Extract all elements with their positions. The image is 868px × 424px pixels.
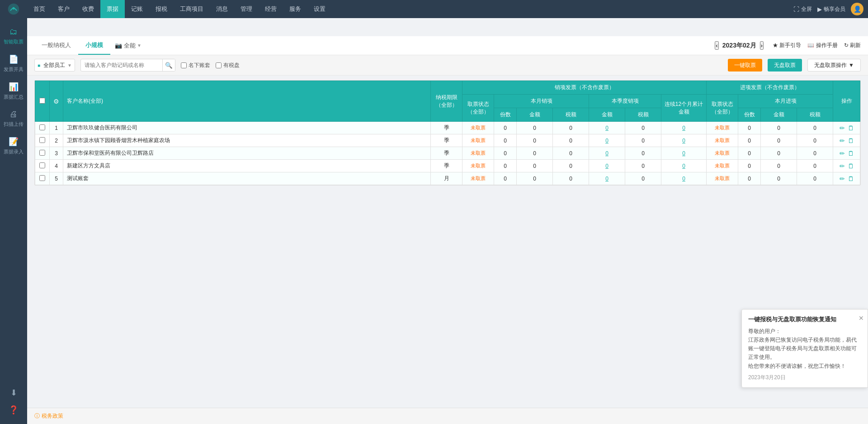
search-input[interactable] <box>81 62 162 68</box>
th-month-amount: 金额 <box>517 108 553 122</box>
edit-icon[interactable]: ✏ <box>840 137 845 144</box>
gear-icon[interactable]: ⚙ <box>53 98 59 105</box>
nav-client[interactable]: 客户 <box>52 0 76 18</box>
row-fetch-status-sales: 未取票 <box>462 160 494 172</box>
nav-home[interactable]: 首页 <box>27 0 52 18</box>
has-tax-label[interactable]: 有税盘 <box>216 62 240 69</box>
period-prev-btn[interactable]: ‹ <box>715 41 718 50</box>
row-tax-period: 月 <box>431 172 462 185</box>
row-month-tax: 0 <box>553 134 589 147</box>
select-all-checkbox[interactable] <box>39 98 45 104</box>
row-checkbox-cell <box>35 147 50 160</box>
row-checkbox-cell <box>35 134 50 147</box>
period-next-btn[interactable]: › <box>760 41 764 50</box>
fullscreen-btn[interactable]: ⛶ 全屏 <box>793 5 812 13</box>
member-btn[interactable]: ▶ 畅享会员 <box>817 5 845 13</box>
has-tax-checkbox[interactable] <box>216 62 222 68</box>
row-checkbox[interactable] <box>39 124 45 130</box>
view-icon[interactable]: 🗒 <box>848 175 854 182</box>
edit-icon[interactable]: ✏ <box>840 175 845 182</box>
row-fetch-status-input: 未取票 <box>707 122 738 134</box>
nav-settings[interactable]: 设置 <box>307 0 332 18</box>
th-tax-period: 纳税期限（全部） <box>431 81 462 122</box>
th-consec12m: 连续12个月累计金额 <box>661 95 707 122</box>
nav-manage[interactable]: 管理 <box>234 0 259 18</box>
main-table: ⚙ 客户名称(全部) 纳税期限（全部） 销项发票（不含作废票） 进项发票（不含作… <box>35 81 860 185</box>
row-input-count: 0 <box>738 147 761 160</box>
edit-icon[interactable]: ✏ <box>840 150 845 157</box>
row-number: 1 <box>50 122 63 134</box>
sidebar-item-scan-upload[interactable]: 🖨 扫描上传 <box>0 105 27 132</box>
edit-icon[interactable]: ✏ <box>840 162 845 170</box>
manual-link[interactable]: 📖 操作手册 <box>807 42 837 49</box>
row-client: 新建区方方文具店 <box>63 160 431 172</box>
row-fetch-status-input: 未取票 <box>707 147 738 160</box>
row-season-amount: 0 <box>589 147 625 160</box>
sidebar: 🗂 智能取票 📄 发票开具 📊 票据汇总 🖨 扫描上传 📝 票据录入 ⬇ ❓ <box>0 18 27 424</box>
guide-link[interactable]: ★ 新手引导 <box>773 42 801 49</box>
row-checkbox[interactable] <box>39 137 45 143</box>
row-consec12m: 0 <box>661 122 707 134</box>
row-input-tax: 0 <box>797 147 833 160</box>
refresh-link[interactable]: ↻ 刷新 <box>844 42 861 49</box>
nav-tax[interactable]: 报税 <box>149 0 174 18</box>
table-row: 3 卫辉市保和堂医药有限公司卫辉路店 季 未取票 0 0 0 0 0 0 未取票… <box>35 147 860 160</box>
sidebar-help-icon[interactable]: ❓ <box>9 405 19 415</box>
row-season-amount: 0 <box>589 172 625 185</box>
filter-bar: ■ 全部员工 ▼ 🔍 名下账套 有税盘 一键取票 无盘取票 无盘取票操作 ▼ <box>27 55 868 76</box>
svg-point-1 <box>12 7 14 10</box>
row-input-count: 0 <box>738 134 761 147</box>
sidebar-item-invoice-summary[interactable]: 📊 票据汇总 <box>0 77 27 105</box>
notification-apology: 给您带来的不便请谅解，祝您工作愉快！ <box>748 362 861 371</box>
diskless-ops-button[interactable]: 无盘取票操作 ▼ <box>807 59 861 71</box>
row-month-count: 0 <box>494 122 517 134</box>
nav-bookkeeping[interactable]: 记账 <box>125 0 149 18</box>
view-icon[interactable]: 🗒 <box>848 124 854 132</box>
period-area: ‹ 2023年02月 › <box>715 41 764 50</box>
nav-service[interactable]: 服务 <box>283 0 307 18</box>
sidebar-download-icon[interactable]: ⬇ <box>10 388 17 398</box>
tab-all[interactable]: 📷 全能 ▼ <box>110 36 146 55</box>
sidebar-item-invoice-entry[interactable]: 📝 票据录入 <box>0 132 27 160</box>
row-month-tax: 0 <box>553 147 589 160</box>
tax-policy-link[interactable]: ⓘ 税务政策 <box>34 412 63 420</box>
row-month-amount: 0 <box>517 122 553 134</box>
view-icon[interactable]: 🗒 <box>848 150 854 157</box>
row-month-amount: 0 <box>517 147 553 160</box>
th-this-season-sales: 本季度销项 <box>589 95 661 108</box>
row-client: 测试账套 <box>63 172 431 185</box>
row-month-tax: 0 <box>553 122 589 134</box>
nav-message[interactable]: 消息 <box>210 0 234 18</box>
one-key-fetch-button[interactable]: 一键取票 <box>728 59 762 71</box>
row-checkbox[interactable] <box>39 175 45 181</box>
row-tax-period: 季 <box>431 134 462 147</box>
tab-small-scale[interactable]: 小规模 <box>78 37 110 55</box>
employee-select[interactable]: ■ 全部员工 ▼ <box>34 59 75 71</box>
row-fetch-status-sales: 未取票 <box>462 122 494 134</box>
nav-fee[interactable]: 收费 <box>76 0 100 18</box>
search-button[interactable]: 🔍 <box>162 59 175 71</box>
nav-operate[interactable]: 经营 <box>259 0 283 18</box>
row-season-amount: 0 <box>589 122 625 134</box>
table-row: 4 新建区方方文具店 季 未取票 0 0 0 0 0 0 未取票 0 0 0 ✏… <box>35 160 860 172</box>
avatar[interactable]: 👤 <box>851 3 863 15</box>
invoice-entry-icon: 📝 <box>9 137 19 147</box>
th-this-month-sales: 本月销项 <box>494 95 589 108</box>
my-account-checkbox[interactable] <box>181 62 187 68</box>
nav-business[interactable]: 工商项目 <box>174 0 210 18</box>
sidebar-item-smart-fetch[interactable]: 🗂 智能取票 <box>0 23 27 50</box>
diskless-fetch-button[interactable]: 无盘取票 <box>768 59 802 71</box>
view-icon[interactable]: 🗒 <box>848 137 854 144</box>
search-wrap: 🔍 <box>80 59 175 71</box>
tab-general-taxpayer[interactable]: 一般纳税人 <box>34 37 78 55</box>
view-icon[interactable]: 🗒 <box>848 162 854 170</box>
th-month-count: 份数 <box>494 108 517 122</box>
row-checkbox[interactable] <box>39 150 45 156</box>
edit-icon[interactable]: ✏ <box>840 124 845 132</box>
row-checkbox[interactable] <box>39 162 45 168</box>
top-right-actions: ★ 新手引导 📖 操作手册 ↻ 刷新 <box>773 42 861 49</box>
nav-invoice[interactable]: 票据 <box>100 0 125 18</box>
notification-close-btn[interactable]: ✕ <box>859 313 864 323</box>
my-account-label[interactable]: 名下账套 <box>181 62 210 69</box>
sidebar-item-invoice-issue[interactable]: 📄 发票开具 <box>0 50 27 77</box>
